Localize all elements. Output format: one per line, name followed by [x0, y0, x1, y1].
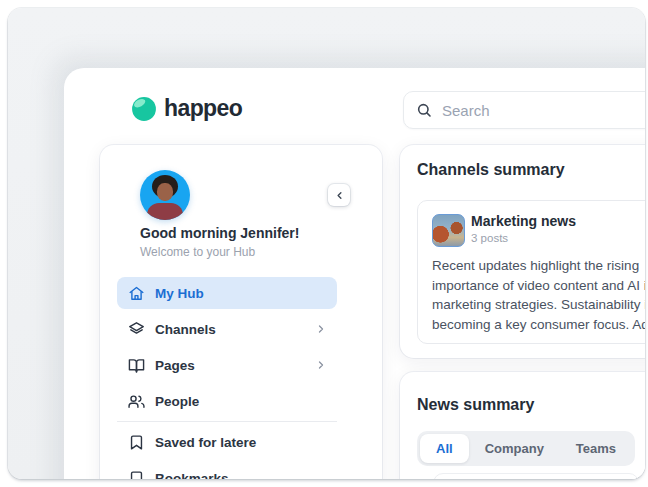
sidebar-item-my-hub[interactable]: My Hub [117, 277, 337, 309]
sidebar-item-label: Pages [155, 358, 195, 373]
search-input[interactable] [442, 102, 645, 119]
channel-post-count: 3 posts [471, 232, 508, 244]
app-window: happeo Good morning Jennifer! Welcome to… [64, 68, 645, 479]
greeting-subtitle: Welcome to your Hub [140, 245, 255, 259]
search-bar[interactable] [403, 91, 645, 129]
news-filter-tabs: All Company Teams [417, 431, 635, 466]
sidebar-menu: My Hub Channels Pages [117, 277, 337, 479]
sidebar-item-people[interactable]: People [117, 385, 337, 417]
sidebar-item-saved-for-later[interactable]: Saved for latere [117, 426, 337, 458]
sidebar-item-label: People [155, 394, 199, 409]
sidebar-item-label: Saved for latere [155, 435, 256, 450]
brand-wordmark: happeo [164, 95, 242, 122]
chevron-left-icon [334, 190, 345, 201]
greeting-text: Good morning Jennifer! [140, 225, 299, 241]
channel-thumbnail-image [432, 214, 465, 247]
bookmark-icon [128, 470, 145, 480]
channels-summary-title: Channels summary [417, 161, 565, 179]
channel-summary-text: Recent updates highlight the rising impo… [432, 256, 645, 334]
bookmark-icon [128, 434, 145, 451]
marketing-news-card[interactable]: Marketing news 3 posts Recent updates hi… [417, 200, 645, 344]
channels-summary-card: Channels summary Marketing news 3 posts … [400, 145, 645, 358]
search-icon [416, 102, 432, 118]
sidebar-item-label: My Hub [155, 286, 204, 301]
sidebar-divider [117, 421, 337, 422]
sidebar-item-channels[interactable]: Channels [117, 313, 337, 345]
tab-company[interactable]: Company [469, 434, 560, 463]
avatar-shirt [147, 203, 183, 220]
happeo-logo[interactable]: happeo [131, 95, 242, 122]
user-avatar[interactable] [140, 170, 190, 220]
chevron-right-icon [315, 323, 327, 335]
sidebar-collapse-button[interactable] [328, 184, 350, 206]
sidebar-item-label: Channels [155, 322, 216, 337]
news-summary-title: News summary [417, 396, 534, 414]
news-item-card-peek [433, 473, 639, 479]
avatar-face [157, 183, 173, 201]
happeo-leaf-icon [131, 96, 157, 122]
book-open-icon [128, 357, 145, 374]
sidebar-item-bookmarks[interactable]: Bookmarks [117, 462, 337, 479]
sidebar-item-label: Bookmarks [155, 471, 229, 480]
tab-teams[interactable]: Teams [560, 434, 632, 463]
app-frame: happeo Good morning Jennifer! Welcome to… [8, 8, 645, 479]
tab-all[interactable]: All [420, 434, 469, 463]
home-icon [128, 285, 145, 302]
sidebar-card: Good morning Jennifer! Welcome to your H… [100, 145, 382, 479]
channel-title: Marketing news [471, 213, 576, 229]
sidebar-item-pages[interactable]: Pages [117, 349, 337, 381]
users-icon [128, 393, 145, 410]
chevron-right-icon [315, 359, 327, 371]
news-summary-card: News summary All Company Teams [400, 372, 645, 479]
layers-icon [128, 321, 145, 338]
